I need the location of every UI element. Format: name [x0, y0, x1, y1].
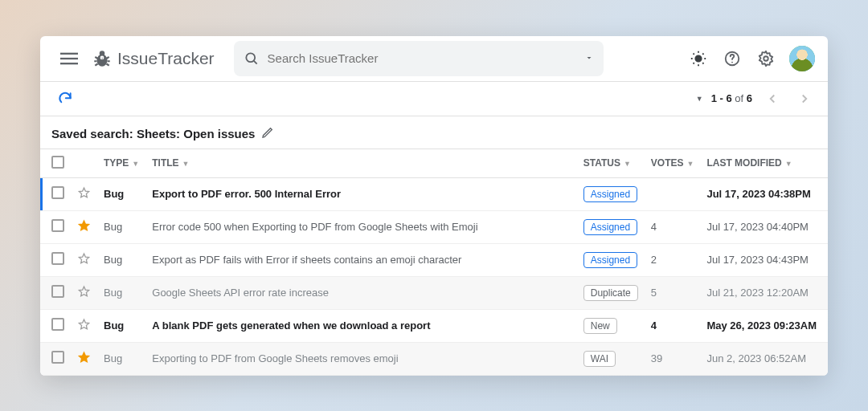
pencil-icon [261, 126, 274, 139]
svg-point-4 [100, 51, 105, 56]
svg-line-14 [253, 60, 256, 63]
col-status[interactable]: STATUS▼ [577, 149, 645, 177]
issues-table: TYPE▼ TITLE▼ STATUS▼ VOTES▼ LAST MODIFIE… [40, 149, 828, 376]
theme-button[interactable] [683, 43, 714, 74]
pager-text: 1 - 6 of 6 [711, 92, 752, 104]
star-toggle[interactable] [77, 256, 91, 268]
sort-icon: ▼ [624, 160, 631, 168]
row-last-modified: Jul 21, 2023 12:20AM [700, 276, 828, 309]
row-checkbox[interactable] [51, 351, 64, 364]
topbar: i IssueTracker [40, 36, 828, 81]
star-toggle[interactable] [77, 355, 91, 367]
table-row[interactable]: BugA blank PDF gets generated when we do… [40, 309, 828, 342]
row-checkbox[interactable] [51, 318, 64, 331]
table-row[interactable]: BugGoogle Sheets API error rate increase… [40, 276, 828, 309]
col-votes[interactable]: VOTES▼ [645, 149, 701, 177]
chevron-left-icon [765, 92, 780, 106]
status-chip: WAI [583, 351, 616, 367]
search-dropdown[interactable] [584, 51, 594, 66]
row-checkbox[interactable] [51, 186, 64, 199]
status-chip: Duplicate [583, 285, 638, 301]
col-last-modified[interactable]: LAST MODIFIED▼ [700, 149, 828, 177]
avatar[interactable] [789, 46, 815, 71]
row-title[interactable]: Export as PDF fails with Error if sheets… [145, 243, 577, 276]
refresh-icon [57, 91, 73, 107]
app-window: i IssueTracker [40, 36, 828, 376]
row-type: Bug [97, 177, 145, 210]
row-checkbox[interactable] [51, 252, 64, 265]
table-row[interactable]: BugExport as PDF fails with Error if she… [40, 243, 828, 276]
row-votes: 4 [645, 210, 701, 243]
toolbar: ▼ 1 - 6 of 6 [40, 81, 828, 116]
table-row[interactable]: BugError code 500 when Exporting to PDF … [40, 210, 828, 243]
table-row[interactable]: BugExport to PDF error. 500 Internal Err… [40, 177, 828, 210]
pager-prev[interactable] [760, 87, 784, 111]
svg-line-6 [106, 56, 108, 58]
svg-point-18 [764, 56, 768, 61]
settings-button[interactable] [751, 43, 781, 74]
select-all-checkbox[interactable] [51, 156, 64, 169]
pager-total: 6 [747, 92, 752, 104]
col-type[interactable]: TYPE▼ [97, 149, 145, 177]
row-votes: 4 [645, 309, 701, 342]
pager-of: of [735, 92, 743, 104]
saved-search-prefix: Saved search: [51, 127, 137, 140]
row-title[interactable]: Google Sheets API error rate increase [145, 276, 577, 309]
row-status: New [577, 309, 645, 342]
row-status: Assigned [577, 243, 645, 276]
row-last-modified: May 26, 2023 09:23AM [700, 309, 828, 342]
star-toggle[interactable] [77, 190, 91, 202]
star-toggle[interactable] [77, 289, 91, 301]
search-box[interactable] [234, 41, 604, 76]
row-title[interactable]: Error code 500 when Exporting to PDF fro… [145, 210, 577, 243]
row-votes: 5 [645, 276, 701, 309]
row-votes: 39 [645, 342, 701, 375]
row-checkbox[interactable] [51, 285, 64, 298]
search-input[interactable] [268, 51, 576, 65]
menu-button[interactable] [53, 43, 85, 75]
app-title: IssueTracker [117, 49, 215, 68]
row-votes [645, 177, 701, 210]
help-button[interactable] [717, 43, 747, 74]
row-last-modified: Jul 17, 2023 04:38PM [700, 177, 828, 210]
row-type: Bug [97, 342, 145, 375]
star-toggle[interactable] [77, 223, 91, 235]
svg-text:i: i [101, 56, 102, 60]
refresh-button[interactable] [51, 85, 79, 112]
status-chip: New [583, 318, 617, 334]
edit-saved-search[interactable] [261, 126, 274, 142]
row-last-modified: Jun 2, 2023 06:52AM [700, 342, 828, 375]
search-icon [244, 51, 260, 67]
help-icon [723, 50, 741, 67]
pager-menu[interactable]: ▼ [696, 95, 703, 103]
row-checkbox[interactable] [51, 219, 64, 232]
table-row[interactable]: BugExporting to PDF from Google Sheets r… [40, 342, 828, 375]
row-title[interactable]: Exporting to PDF from Google Sheets remo… [145, 342, 577, 375]
chevron-down-icon [584, 53, 594, 63]
star-toggle[interactable] [77, 322, 91, 334]
saved-search-label: Saved search: Sheets: Open issues [51, 127, 255, 140]
row-title[interactable]: A blank PDF gets generated when we downl… [145, 309, 577, 342]
svg-rect-1 [60, 57, 78, 59]
chevron-right-icon [797, 92, 812, 106]
bug-logo-icon: i [92, 48, 113, 69]
row-status: Assigned [577, 177, 645, 210]
row-title[interactable]: Export to PDF error. 500 Internal Error [145, 177, 577, 210]
svg-point-13 [246, 53, 255, 62]
row-type: Bug [97, 309, 145, 342]
app-logo-block[interactable]: i IssueTracker [92, 48, 215, 69]
col-title[interactable]: TITLE▼ [145, 149, 577, 177]
row-status: WAI [577, 342, 645, 375]
row-status: Assigned [577, 210, 645, 243]
row-last-modified: Jul 17, 2023 04:43PM [700, 243, 828, 276]
sort-icon: ▼ [132, 160, 139, 168]
pager-range: 1 - 6 [711, 92, 732, 104]
pager: ▼ 1 - 6 of 6 [696, 87, 817, 111]
sort-icon: ▼ [182, 160, 190, 168]
brightness-icon [690, 50, 707, 67]
row-type: Bug [97, 276, 145, 309]
svg-point-15 [695, 55, 701, 61]
pager-next[interactable] [792, 87, 817, 111]
status-chip: Assigned [583, 186, 637, 202]
svg-line-5 [95, 56, 97, 58]
